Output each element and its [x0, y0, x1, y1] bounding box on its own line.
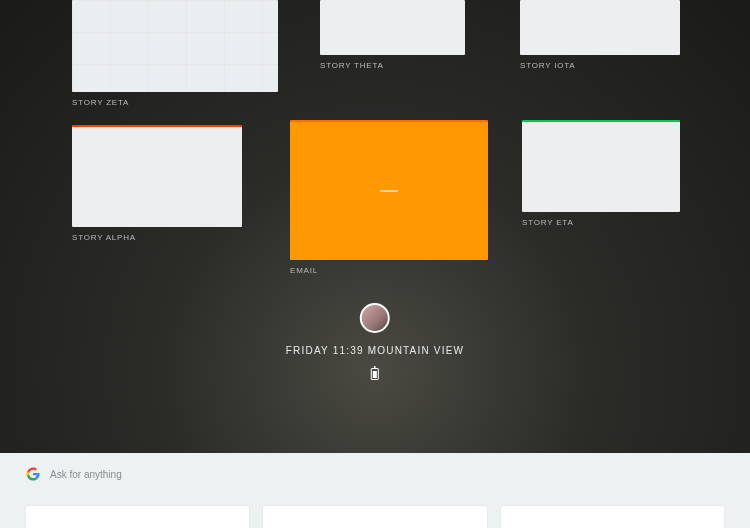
email-loading-indicator	[380, 190, 398, 192]
tile-story-zeta[interactable]: STORY ZETA	[72, 0, 278, 86]
tile-story-alpha[interactable]: STORY ALPHA	[72, 125, 242, 225]
tile-label: EMAIL	[290, 266, 488, 275]
search-placeholder: Ask for anything	[50, 469, 122, 480]
tile-email[interactable]: EMAIL	[290, 120, 488, 258]
profile-block: FRIDAY 11:39 MOUNTAIN VIEW	[286, 303, 464, 380]
battery-icon	[371, 368, 379, 380]
grid-pattern	[72, 0, 278, 92]
avatar[interactable]	[360, 303, 390, 333]
now-card[interactable]	[263, 506, 486, 528]
tile-thumbnail	[320, 0, 465, 55]
tile-thumbnail	[72, 125, 242, 227]
tile-story-eta[interactable]: STORY ETA	[522, 120, 680, 210]
tile-thumbnail	[520, 0, 680, 55]
now-card[interactable]	[26, 506, 249, 528]
tile-thumbnail	[72, 0, 278, 92]
tile-story-iota[interactable]: STORY IOTA	[520, 0, 680, 50]
tile-label: STORY IOTA	[520, 61, 680, 70]
google-logo-icon	[26, 467, 40, 481]
tile-label: STORY ALPHA	[72, 233, 242, 242]
bottom-sheet: Ask for anything	[0, 453, 750, 528]
now-card[interactable]	[501, 506, 724, 528]
tile-thumbnail	[290, 120, 488, 260]
tile-label: STORY ZETA	[72, 98, 278, 107]
datetime-label: FRIDAY 11:39 MOUNTAIN VIEW	[286, 345, 464, 356]
battery-fill	[373, 371, 377, 378]
tile-label: STORY THETA	[320, 61, 465, 70]
tile-label: STORY ETA	[522, 218, 680, 227]
now-cards-row	[26, 506, 724, 528]
tile-thumbnail	[522, 120, 680, 212]
search-row[interactable]: Ask for anything	[0, 453, 750, 491]
tile-story-theta[interactable]: STORY THETA	[320, 0, 465, 50]
